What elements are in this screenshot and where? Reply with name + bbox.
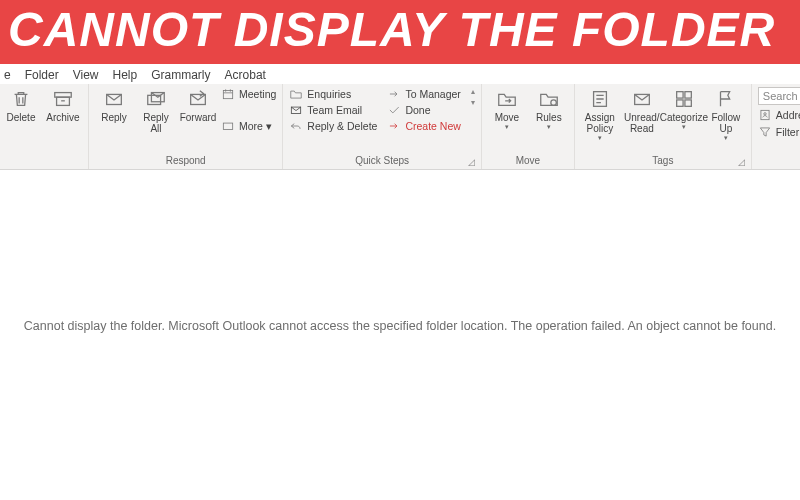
reply-delete-icon [289,119,303,133]
meeting-button[interactable]: Meeting [221,87,276,101]
group-tags: Assign Policy ▾ Unread/ Read Categorize … [575,84,752,169]
delete-icon [10,88,32,110]
follow-up-button[interactable]: Follow Up ▾ [707,86,745,141]
arrow-right-icon [387,87,401,101]
categorize-button[interactable]: Categorize ▾ [665,86,703,130]
ribbon: Delete Archive Reply [0,84,800,170]
qs-reply-delete[interactable]: Reply & Delete [289,119,377,133]
svg-rect-15 [685,100,691,106]
chevron-down-icon: ▾ [598,134,602,141]
qs-enquiries[interactable]: Enquiries [289,87,377,101]
search-people-input[interactable]: Search People [758,87,800,105]
dialog-launcher-icon[interactable]: ◿ [468,157,475,167]
chevron-down-icon: ▾ [682,123,686,130]
archive-icon [52,88,74,110]
qs-to-manager[interactable]: To Manager [387,87,460,101]
reply-button[interactable]: Reply [95,86,133,123]
svg-rect-6 [223,91,232,99]
menu-item[interactable]: Acrobat [225,68,266,82]
svg-point-9 [551,100,557,106]
menu-item[interactable]: Help [113,68,138,82]
check-icon [387,103,401,117]
svg-rect-14 [677,100,683,106]
qs-team-email[interactable]: Team Email [289,103,377,117]
svg-rect-0 [55,93,72,98]
mail-icon [289,103,303,117]
error-banner: CANNOT DISPLAY THE FOLDER [0,0,800,64]
chevron-down-icon: ▾ [547,123,551,130]
move-button[interactable]: Move ▾ [488,86,526,130]
flag-icon [715,88,737,110]
assign-policy-button[interactable]: Assign Policy ▾ [581,86,619,141]
rules-icon [538,88,560,110]
qs-create-new[interactable]: Create New [387,119,460,133]
group-delete: Delete Archive [0,84,89,169]
group-respond: Reply Reply All Forward Meeting [89,84,283,169]
menu-bar: e Folder View Help Grammarly Acrobat [0,64,800,84]
create-icon [387,119,401,133]
content-pane: Cannot display the folder. Microsoft Out… [0,170,800,482]
menu-item[interactable]: Grammarly [151,68,210,82]
error-message: Cannot display the folder. Microsoft Out… [4,319,796,333]
filter-icon [758,125,772,139]
menu-item[interactable]: View [73,68,99,82]
delete-button[interactable]: Delete [2,86,40,123]
address-book-icon [758,108,772,122]
categorize-icon [673,88,695,110]
meeting-icon [221,87,235,101]
reply-all-icon [145,88,167,110]
forward-icon [187,88,209,110]
move-icon [496,88,518,110]
group-find: Search People Address Book Filter Email … [752,84,800,169]
dialog-launcher-icon[interactable]: ◿ [738,157,745,167]
folder-icon [289,87,303,101]
policy-icon [589,88,611,110]
archive-button[interactable]: Archive [44,86,82,123]
filter-email-button[interactable]: Filter Email ▾ [758,125,800,139]
group-quicksteps: Enquiries Team Email Reply & Delete To M… [283,84,482,169]
address-book-button[interactable]: Address Book [758,108,800,122]
qs-done[interactable]: Done [387,103,460,117]
reply-icon [103,88,125,110]
rules-button[interactable]: Rules ▾ [530,86,568,130]
more-icon [221,119,235,133]
svg-rect-7 [223,123,232,129]
reply-all-button[interactable]: Reply All [137,86,175,134]
svg-point-17 [764,113,766,115]
menu-item[interactable]: Folder [25,68,59,82]
svg-rect-13 [685,92,691,98]
group-move: Move ▾ Rules ▾ Move [482,84,575,169]
unread-read-button[interactable]: Unread/ Read [623,86,661,134]
menu-item[interactable]: e [4,68,11,82]
forward-button[interactable]: Forward [179,86,217,123]
chevron-up-icon[interactable]: ▴ [471,87,475,96]
chevron-down-icon[interactable]: ▾ [471,98,475,107]
banner-title: CANNOT DISPLAY THE FOLDER [8,3,775,56]
svg-rect-12 [677,92,683,98]
unread-icon [631,88,653,110]
chevron-down-icon: ▾ [505,123,509,130]
more-button[interactable]: More ▾ [221,119,276,133]
chevron-down-icon: ▾ [724,134,728,141]
